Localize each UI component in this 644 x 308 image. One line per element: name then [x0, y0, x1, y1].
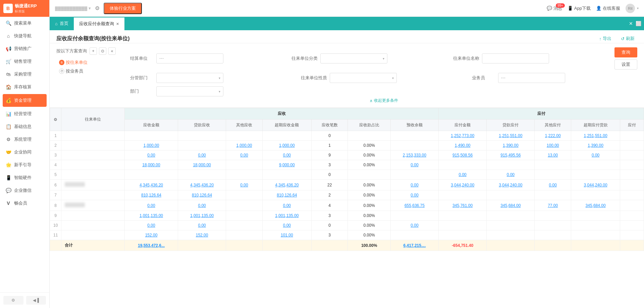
col-partner: 往来单位 — [61, 108, 125, 131]
partner-cell — [61, 131, 125, 141]
settlement-unit-input[interactable]: ··· — [156, 53, 223, 63]
tab-receivable[interactable]: 应收应付余额查询 ✕ — [74, 17, 124, 30]
page-actions: ↑ 导出 ↺ 刷新 — [597, 34, 638, 43]
user-area[interactable]: Rit ▾ — [626, 4, 639, 13]
collapse-more-btn[interactable]: ∧ 收起更多条件 — [130, 98, 637, 103]
sidebar-item-guide[interactable]: 🌟 新手引导 — [0, 159, 49, 171]
tab-bar: ⌂ 首页 应收应付余额查询 ✕ ✕ ⬜ — [50, 17, 644, 30]
sidebar-item-marketing[interactable]: 📢 营销推广 — [0, 42, 49, 55]
col-overdue-payable: 超期应付货款 — [571, 120, 620, 131]
sidebar-item-sales[interactable]: 🛒 销售管理 — [0, 55, 49, 68]
page-header: 应收应付余额查询(按往来单位) ↑ 导出 ↺ 刷新 — [50, 30, 644, 43]
refresh-label: 刷新 — [626, 36, 635, 42]
sidebar-item-label: 经营管理 — [14, 111, 32, 117]
col-overdue-receivable: 超期应收金额 — [262, 120, 311, 131]
promo-button[interactable]: 体验行业方案 — [104, 3, 142, 14]
col-group-payable: 应付 — [439, 108, 644, 120]
refresh-btn[interactable]: ↺ 刷新 — [618, 34, 637, 43]
messages-badge: 99+ — [556, 3, 565, 8]
breadcrumb-text: ▓▓▓▓▓▓▓▓▓▓▓ — [55, 6, 87, 11]
table-row: 11152.00152.00101.0030.00% — [50, 230, 644, 240]
top-header: ▓▓▓▓▓▓▓▓▓▓▓ ▾ ⚙ 体验行业方案 💬 消息 99+ 📱 App下载 … — [50, 0, 644, 17]
sidebar-settings-btn[interactable]: ⚙ — [3, 296, 23, 305]
filter-scheme-actions: + ⊙ « — [90, 47, 116, 55]
sidebar-item-wechat[interactable]: 💬 企业微信 — [0, 184, 49, 197]
partner-cell — [61, 180, 125, 190]
table-row: 500.000.00 — [50, 170, 644, 180]
partner-cell — [61, 150, 125, 160]
inventory-icon: 🏠 — [5, 84, 11, 90]
filter-add-btn[interactable]: + — [90, 47, 97, 55]
filter-row-1: 结算单位 ··· 往来单位分类 ▾ 往来单位名称 — [130, 47, 637, 70]
sidebar-item-finance[interactable]: 💰 资金管理 — [3, 94, 47, 107]
footer-ratio: 100.00% — [348, 240, 390, 251]
sidebar-item-member[interactable]: V 畅会员 — [0, 197, 49, 210]
sidebar-item-hardware[interactable]: 📱 智能硬件 — [0, 171, 49, 184]
sidebar-item-quick-nav[interactable]: ⌂ 快捷导航 — [0, 30, 49, 42]
table-footer: 合计 19,553,472,6... 100.00% 6,417,215....… — [50, 240, 644, 251]
filter-collapse-btn[interactable]: « — [108, 47, 116, 55]
filter-panel: 按以下方案查询 + ⊙ « B 按往来单位 ⏱ 按业务员 — [50, 43, 644, 108]
settings-gear-icon: ⚙ — [11, 298, 15, 303]
export-icon: ↑ — [599, 36, 602, 41]
header-settings-icon[interactable]: ⚙ — [95, 5, 100, 11]
setting-button[interactable]: 设置 — [614, 59, 637, 70]
col-group-receivable: 应收 — [125, 108, 439, 120]
partner-name-input[interactable] — [482, 53, 549, 63]
query-button[interactable]: 查询 — [614, 47, 637, 57]
logo-sub: 标准版 — [15, 9, 37, 14]
export-btn[interactable]: ↑ 导出 — [597, 34, 614, 43]
tab-expand-icon[interactable]: ⬜ — [636, 21, 641, 26]
sidebar-item-collab[interactable]: 🤝 企业协同 — [0, 146, 49, 159]
table-row: 418,000.0018,000.009,000.0030.00%0.00 — [50, 160, 644, 170]
messages-btn[interactable]: 💬 消息 99+ — [547, 5, 562, 11]
row-num: 7 — [50, 190, 61, 200]
filter-settings-btn[interactable]: ⊙ — [99, 47, 106, 55]
purchase-icon: 🛍 — [5, 72, 11, 77]
partner-category-input[interactable]: ▾ — [320, 53, 387, 63]
field-salesperson: 业务员 ··· — [472, 73, 637, 83]
footer-receivable-amount[interactable]: 19,553,472,6... — [125, 240, 178, 251]
dept-manager-input[interactable]: ▾ — [156, 73, 223, 83]
tab-close-window-icon[interactable]: ✕ — [629, 21, 633, 26]
sidebar-item-system[interactable]: ⚙ 系统管理 — [0, 133, 49, 146]
partner-cell — [61, 221, 125, 230]
header-breadcrumb: ▓▓▓▓▓▓▓▓▓▓▓ ▾ — [55, 6, 91, 11]
dept-input[interactable]: ▾ — [156, 86, 223, 96]
tab-close-icon[interactable]: ✕ — [116, 22, 119, 26]
footer-prepay[interactable]: 6,417,215.... — [390, 240, 438, 251]
field-partner-category: 往来单位分类 ▾ — [291, 53, 447, 63]
filter-option-partner[interactable]: B 按往来单位 — [56, 58, 123, 67]
sidebar-collapse-btn[interactable]: ◀▐ — [26, 296, 46, 305]
search-menu-icon: 🔍 — [5, 20, 11, 26]
col-payable-extra: 应付 — [620, 120, 644, 131]
sidebar-item-label: 快捷导航 — [14, 33, 32, 39]
sidebar-item-operations[interactable]: 📊 经营管理 — [0, 107, 49, 120]
partner-nature-input[interactable]: ▾ — [330, 73, 397, 83]
salesperson-input[interactable]: ··· — [498, 73, 565, 83]
app-icon: 📱 — [568, 6, 573, 11]
sidebar-bottom: ⚙ ◀▐ — [0, 292, 49, 308]
filter-option-salesperson[interactable]: ⏱ 按业务员 — [56, 67, 123, 76]
dept-manager-label: 分管部门 — [130, 75, 154, 81]
tab-home-label: 首页 — [60, 20, 68, 27]
row-num: 1 — [50, 131, 61, 141]
app-download-btn[interactable]: 📱 App下载 — [568, 5, 591, 11]
sidebar-item-inventory[interactable]: 🏠 库存核算 — [0, 81, 49, 93]
sidebar-item-purchase[interactable]: 🛍 采购管理 — [0, 68, 49, 81]
filter-option-salesperson-label: 按业务员 — [66, 68, 83, 74]
sidebar-item-label: 采购管理 — [14, 71, 32, 77]
col-settings[interactable]: ⚙ — [50, 108, 61, 131]
sidebar: B 畅捷通ERP 标准版 🔍 搜索菜单 ⌂ 快捷导航 📢 营销推广 🛒 销售管理… — [0, 0, 50, 308]
sidebar-item-label: 智能硬件 — [14, 175, 32, 181]
service-icon: 👤 — [596, 6, 601, 11]
sidebar-item-label: 基础信息 — [14, 124, 32, 130]
collapse-chevron-icon: ∧ — [370, 98, 373, 103]
tab-home[interactable]: ⌂ 首页 — [50, 17, 74, 30]
sidebar-item-search-menu[interactable]: 🔍 搜索菜单 — [0, 17, 49, 30]
sidebar-item-base[interactable]: 📋 基础信息 — [0, 120, 49, 133]
partner-name-label: 往来单位名称 — [453, 55, 479, 61]
dots-icon2: ··· — [501, 75, 505, 81]
online-service-btn[interactable]: 👤 在线客服 — [596, 5, 620, 11]
row-num: 4 — [50, 160, 61, 170]
